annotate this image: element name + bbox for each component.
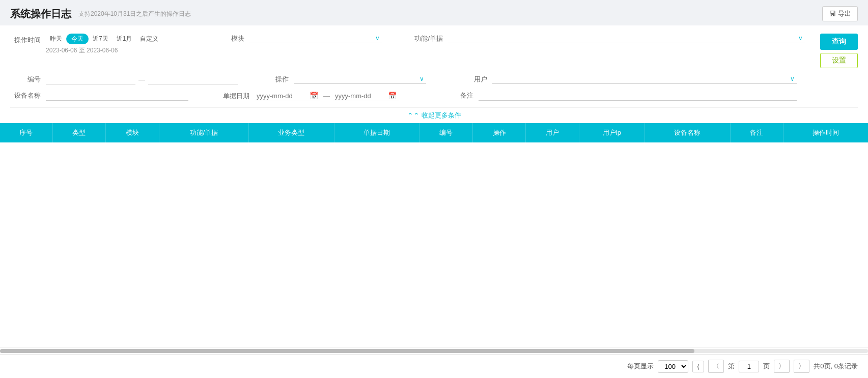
col-device: 设备名称 [645,123,730,142]
page-number-input[interactable] [739,361,759,372]
collapse-label: 收起更多条件 [422,111,461,120]
per-page-select[interactable]: 100 50 200 [658,360,688,373]
time-1month-btn[interactable]: 近1月 [113,34,136,44]
per-page-label: 每页显示 [627,362,654,371]
col-remark: 备注 [730,123,783,142]
prev-page-btn[interactable]: 〈 [708,360,724,373]
horizontal-scrollbar[interactable] [0,347,868,354]
time-today-btn[interactable]: 今天 [66,34,89,44]
col-id: 编号 [419,123,472,142]
id-from-input[interactable] [46,74,135,84]
device-label: 设备名称 [10,91,41,100]
time-custom-btn[interactable]: 自定义 [136,34,162,44]
user-label: 用户 [452,75,487,84]
col-module: 模块 [106,123,159,142]
operation-label: 操作 [258,75,289,84]
page-subtitle: 支持2020年10月31日之后产生的操作日志 [78,10,191,18]
first-page-btn[interactable]: ⟨ [692,361,704,372]
col-user-ip: 用户ip [579,123,645,142]
device-input[interactable] [46,91,188,101]
export-icon: 🖫 [829,10,836,18]
pagination-bar: 每页显示 100 50 200 ⟨ 〈 第 页 〉 〉 共0页, 0条记录 [0,354,868,378]
col-function: 功能/单据 [159,123,248,142]
operation-dropdown-icon: ∨ [419,75,424,82]
export-button[interactable]: 🖫 导出 [822,6,858,21]
next-page-btn[interactable]: 〉 [774,360,790,373]
query-button[interactable]: 查询 [820,34,858,50]
module-dropdown-icon: ∨ [375,35,380,42]
operation-select[interactable]: ∨ [294,74,426,84]
user-select[interactable]: ∨ [492,74,797,84]
remark-input[interactable] [479,91,797,101]
doc-date-from-wrap: 📅 [255,91,320,101]
col-biz-type: 业务类型 [249,123,334,142]
last-page-btn[interactable]: 〉 [794,360,809,373]
time-filter-buttons: 昨天 今天 近7天 近1月 自定义 [46,34,162,44]
export-label: 导出 [838,9,851,18]
settings-button[interactable]: 设置 [820,53,858,68]
table-header-row: 序号 类型 模块 功能/单据 业务类型 单据日期 编号 操作 用户 用户ip 设… [0,123,868,142]
data-table: 序号 类型 模块 功能/单据 业务类型 单据日期 编号 操作 用户 用户ip 设… [0,123,868,347]
id-to-input[interactable] [148,74,238,84]
id-label: 编号 [10,75,41,84]
col-operation: 操作 [472,123,525,142]
time-7days-btn[interactable]: 近7天 [89,34,113,44]
col-op-time: 操作时间 [783,123,868,142]
page-title: 系统操作日志 [10,7,71,21]
function-label: 功能/单据 [407,34,443,43]
module-label: 模块 [214,34,244,43]
user-dropdown-icon: ∨ [790,75,795,82]
col-user: 用户 [526,123,579,142]
page-label: 第 [728,362,735,371]
calendar-from-icon[interactable]: 📅 [310,92,318,100]
collapse-icon: ⌃⌃ [407,111,419,120]
doc-date-from-input[interactable] [257,92,307,100]
time-yesterday-btn[interactable]: 昨天 [46,34,66,44]
collapse-bar[interactable]: ⌃⌃ 收起更多条件 [10,107,858,123]
module-select[interactable]: ∨ [249,34,382,43]
time-range-text: 2023-06-06 至 2023-06-06 [46,46,162,55]
col-type: 类型 [52,123,105,142]
total-text: 共0页, 0条记录 [814,362,858,371]
doc-date-to-wrap: 📅 [333,91,399,101]
function-dropdown-icon: ∨ [798,35,803,42]
time-label: 操作时间 [10,36,41,45]
doc-date-label: 单据日期 [214,92,249,101]
page-suffix: 页 [763,362,770,371]
remark-label: 备注 [438,91,473,100]
doc-date-to-input[interactable] [335,92,386,100]
function-select[interactable]: ∨ [448,34,805,43]
col-doc-date: 单据日期 [334,123,419,142]
calendar-to-icon[interactable]: 📅 [388,92,397,100]
col-seq: 序号 [0,123,52,142]
